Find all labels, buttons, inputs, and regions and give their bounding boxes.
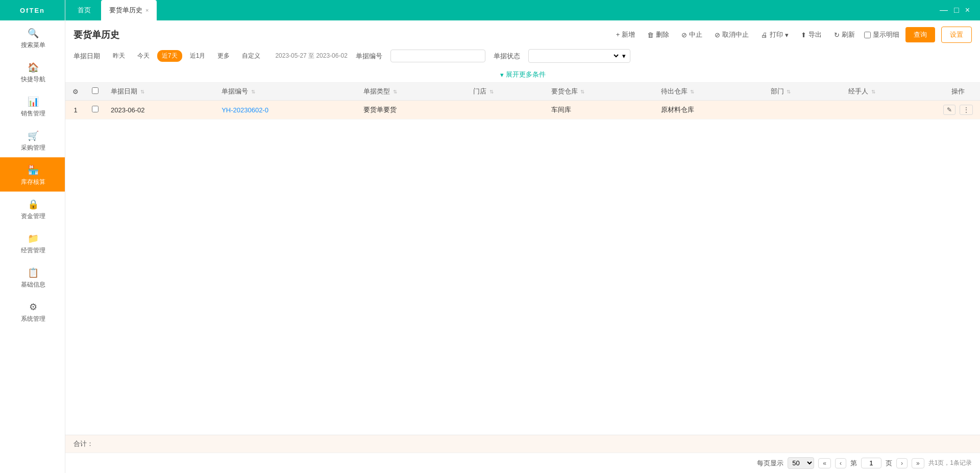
sort-icon: ⇅: [690, 89, 694, 94]
sales-icon: 📊: [28, 96, 39, 107]
show-detail-checkbox[interactable]: [864, 32, 871, 38]
row-checkbox[interactable]: [92, 106, 99, 112]
first-page-button[interactable]: «: [818, 458, 831, 468]
select-dropdown-icon: ▾: [622, 52, 626, 60]
sidebar-item-system[interactable]: ⚙ 系统管理: [0, 294, 65, 328]
cancel-suspend-button[interactable]: ⊘ 取消中止: [712, 28, 752, 41]
status-label: 单据状态: [494, 52, 520, 61]
sidebar-item-label: 销售管理: [21, 109, 45, 118]
date-btn-today[interactable]: 今天: [133, 50, 154, 62]
filter-row-1: 单据日期 昨天 今天 近7天 近1月 更多 自定义 2023-05-27 至 2…: [74, 49, 972, 63]
col-type[interactable]: 单据类型 ⇅: [357, 83, 467, 101]
sidebar-item-label: 采购管理: [21, 144, 45, 152]
sidebar-item-label: 快捷导航: [21, 75, 45, 84]
tab-close-icon[interactable]: ×: [145, 7, 149, 13]
page-label-first: 第: [850, 459, 857, 468]
row-index: 1: [65, 101, 86, 120]
window-close-button[interactable]: ×: [965, 6, 970, 15]
sidebar-item-label: 基础信息: [21, 280, 45, 289]
sort-icon: ⇅: [580, 89, 584, 94]
sidebar-item-purchase[interactable]: 🛒 采购管理: [0, 123, 65, 157]
page-size-select[interactable]: 20 50 100: [788, 457, 814, 469]
settings-button[interactable]: 设置: [941, 27, 972, 43]
date-btn-custom[interactable]: 自定义: [237, 50, 265, 62]
page-header: 要货单历史 + 新增 🗑 删除 ⊘ 中止 ⊘ 取消中止 🖨: [65, 20, 980, 43]
print-dropdown-icon: ▾: [785, 31, 789, 39]
table-row[interactable]: 1 2023-06-02 YH-20230602-0 要货单要货 车间库 原材料…: [65, 101, 980, 120]
tab-bar: 首页 要货单历史 × — □ ×: [65, 0, 980, 20]
date-btn-yesterday[interactable]: 昨天: [108, 50, 130, 62]
sidebar-item-finance[interactable]: 🔒 资金管理: [0, 192, 65, 226]
finance-icon: 🔒: [28, 199, 39, 210]
row-req-warehouse: 车间库: [545, 101, 655, 120]
inventory-icon: 🏪: [28, 164, 39, 176]
row-no[interactable]: YH-20230602-0: [215, 101, 357, 120]
sort-icon: ⇅: [871, 89, 875, 94]
date-filter-label: 单据日期: [74, 52, 100, 61]
sidebar-item-label: 经营管理: [21, 246, 45, 255]
tab-active[interactable]: 要货单历史 ×: [101, 0, 157, 20]
search-menu-icon: 🔍: [28, 28, 39, 39]
show-detail-toggle[interactable]: 显示明细: [864, 30, 899, 39]
date-filter: 昨天 今天 近7天 近1月 更多 自定义: [108, 50, 265, 62]
row-more-button[interactable]: ⋮: [960, 105, 973, 115]
basic-info-icon: 📋: [28, 267, 39, 278]
sidebar-item-operations[interactable]: 📁 经营管理: [0, 226, 65, 260]
row-checkbox-cell[interactable]: [86, 101, 105, 120]
doc-link[interactable]: YH-20230602-0: [222, 106, 268, 114]
sidebar-item-quick-nav[interactable]: 🏠 快捷导航: [0, 55, 65, 89]
row-date: 2023-06-02: [105, 101, 215, 120]
status-select[interactable]: [533, 52, 620, 60]
page-number-input[interactable]: [861, 458, 881, 468]
date-btn-7days[interactable]: 近7天: [157, 50, 182, 62]
col-req-warehouse[interactable]: 要货仓库 ⇅: [545, 83, 655, 101]
select-all-checkbox[interactable]: [92, 87, 99, 94]
row-edit-button[interactable]: ✎: [943, 105, 955, 115]
maximize-button[interactable]: □: [954, 6, 959, 15]
next-page-button[interactable]: ›: [896, 458, 908, 468]
total-info: 共1页，1条记录: [928, 459, 972, 467]
col-store[interactable]: 门店 ⇅: [467, 83, 545, 101]
sidebar-item-label: 系统管理: [21, 315, 45, 323]
row-ops: ✎ ⋮: [936, 101, 980, 120]
data-table: ⚙ 单据日期 ⇅ 单据编号 ⇅: [65, 83, 980, 120]
sidebar-item-inventory[interactable]: 🏪 库存核算: [0, 157, 65, 192]
query-button[interactable]: 查询: [905, 27, 935, 42]
sort-icon: ⇅: [251, 89, 255, 94]
sidebar-item-sales[interactable]: 📊 销售管理: [0, 89, 65, 123]
row-store: [467, 101, 545, 120]
tab-home[interactable]: 首页: [69, 0, 99, 20]
table-header-row: ⚙ 单据日期 ⇅ 单据编号 ⇅: [65, 83, 980, 101]
col-checkbox[interactable]: [86, 83, 105, 101]
suspend-button[interactable]: ⊘ 中止: [678, 28, 705, 41]
settings-icon: ⚙: [72, 88, 79, 96]
prev-page-button[interactable]: ‹: [835, 458, 846, 468]
delete-button[interactable]: 🗑 删除: [644, 28, 672, 41]
new-button[interactable]: + 新增: [613, 28, 638, 41]
print-button[interactable]: 🖨 打印 ▾: [758, 28, 792, 41]
doc-no-input[interactable]: [390, 50, 485, 62]
status-select-wrapper[interactable]: ▾: [528, 49, 630, 63]
sidebar-item-basic-info[interactable]: 📋 基础信息: [0, 260, 65, 294]
expand-icon: ▾: [500, 71, 504, 79]
sidebar-item-label: 资金管理: [21, 212, 45, 221]
sidebar-item-search-menu[interactable]: 🔍 搜索菜单: [0, 20, 65, 55]
date-btn-more[interactable]: 更多: [213, 50, 234, 62]
sort-icon: ⇅: [140, 89, 144, 94]
minimize-button[interactable]: —: [940, 6, 948, 15]
export-button[interactable]: ⬆ 导出: [798, 28, 825, 41]
col-settings[interactable]: ⚙: [65, 83, 86, 101]
col-pending-warehouse[interactable]: 待出仓库 ⇅: [655, 83, 765, 101]
col-no[interactable]: 单据编号 ⇅: [215, 83, 357, 101]
refresh-button[interactable]: ↻ 刷新: [831, 28, 858, 41]
row-handler: [842, 101, 936, 120]
col-date[interactable]: 单据日期 ⇅: [105, 83, 215, 101]
last-page-button[interactable]: »: [912, 458, 924, 468]
col-department[interactable]: 部门 ⇅: [765, 83, 843, 101]
expand-more-btn[interactable]: ▾ 展开更多条件: [74, 67, 972, 82]
date-btn-1month[interactable]: 近1月: [185, 50, 210, 62]
row-department: [765, 101, 843, 120]
col-handler[interactable]: 经手人 ⇅: [842, 83, 936, 101]
main-area: 首页 要货单历史 × — □ × 要货单历史 + 新增 🗑 删除: [65, 0, 980, 473]
operations-icon: 📁: [28, 233, 39, 244]
